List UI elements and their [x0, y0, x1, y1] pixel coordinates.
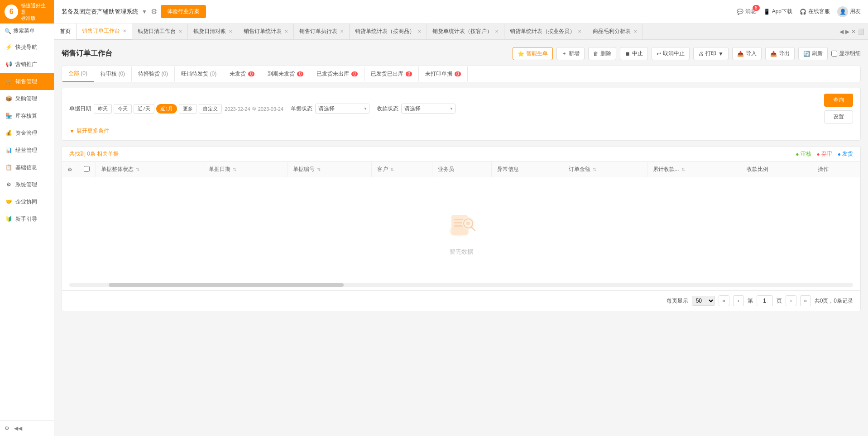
col-number[interactable]: 单据编号 ⇅ — [287, 162, 371, 177]
expand-icon: ▼ — [69, 128, 75, 134]
prev-page-button[interactable]: ‹ — [733, 295, 744, 306]
export-button[interactable]: 📤 导出 — [765, 47, 795, 60]
tab-cash-daily-close[interactable]: ✕ — [178, 29, 182, 34]
add-button[interactable]: ＋ 新增 — [556, 47, 585, 60]
print-button[interactable]: 🖨 打印 ▼ — [693, 47, 729, 60]
sidebar-item-marketing[interactable]: 📢 营销推广 — [0, 56, 54, 73]
tab-close-all[interactable]: ✕ — [851, 28, 856, 35]
col-checkbox[interactable] — [78, 162, 96, 177]
import-button[interactable]: 📥 导入 — [732, 47, 762, 60]
sub-tab-all[interactable]: 全部 (0) — [62, 66, 94, 82]
date-btn-custom[interactable]: 自定义 — [199, 104, 222, 114]
tab-sales-stats-staff-close[interactable]: ✕ — [578, 29, 581, 34]
sidebar-item-guide[interactable]: 🔰 新手引导 — [0, 210, 54, 227]
sub-tab-pending-review[interactable]: 待审核 (0) — [94, 66, 132, 81]
sidebar-item-inventory[interactable]: 🏪 库存核算 — [0, 107, 54, 124]
topbar-settings-icon[interactable]: ⚙ — [151, 7, 157, 16]
first-page-button[interactable]: « — [719, 295, 729, 306]
sub-tab-pending-inspect[interactable]: 待择验货 (0) — [132, 66, 175, 81]
col-staff[interactable]: 业务员 — [432, 162, 491, 177]
trial-industry-button[interactable]: 体验行业方案 — [161, 5, 206, 18]
tab-expand-icon[interactable]: ⬜ — [858, 28, 864, 35]
col-collected[interactable]: 累计收款... ⇅ — [647, 162, 741, 177]
page-number-input[interactable] — [757, 295, 773, 306]
sidebar-item-finance[interactable]: 💰 资金管理 — [0, 124, 54, 142]
tab-sales-order-exec-close[interactable]: ✕ — [340, 29, 344, 34]
sub-tab-overdue-not-shipped[interactable]: 到期未发货 0 — [261, 66, 310, 81]
sidebar-item-enterprise[interactable]: 🤝 企业协同 — [0, 193, 54, 210]
col-customer[interactable]: 客户 ⇅ — [371, 162, 432, 177]
set-filter-button[interactable]: 设置 — [824, 110, 853, 123]
tab-product-margin[interactable]: 商品毛利分析表 ✕ — [587, 24, 643, 40]
col-amount[interactable]: 订单金额 ⇅ — [563, 162, 647, 177]
display-detail-checkbox-label[interactable]: 显示明细 — [831, 50, 861, 57]
tab-sales-order-stats[interactable]: 销售订单统计表 ✕ — [238, 24, 294, 40]
tab-sales-stats-product-close[interactable]: ✕ — [417, 29, 421, 34]
sub-tab-wangpu[interactable]: 旺铺待发货 (0) — [175, 66, 223, 81]
tab-sales-order-workspace[interactable]: 销售订单工作台 ✕ — [77, 24, 132, 40]
cancel-stop-button[interactable]: ↩ 取消中止 — [652, 47, 690, 60]
sub-tab-shipped-not-out[interactable]: 已发货未出库 0 — [310, 66, 364, 81]
app-download-button[interactable]: 📱 App下载 — [763, 8, 792, 15]
expand-filter-button[interactable]: ▼ 展开更多条件 — [69, 127, 853, 135]
table-scroll-area[interactable]: ⚙ 单据整体状态 ⇅ 单据日期 ⇅ — [62, 162, 860, 179]
tab-sales-stats-customer-close[interactable]: ✕ — [495, 29, 499, 34]
next-page-button[interactable]: › — [786, 295, 796, 306]
settings-footer-icon[interactable]: ⚙ — [5, 425, 10, 431]
status-select[interactable]: 请选择 — [315, 104, 369, 114]
horizontal-scrollbar[interactable] — [69, 283, 853, 287]
sidebar-item-system[interactable]: ⚙ 系统管理 — [0, 176, 54, 193]
tab-sales-order-stats-close[interactable]: ✕ — [284, 29, 288, 34]
col-exception[interactable]: 异常信息 — [492, 162, 563, 177]
sidebar-item-sales[interactable]: 🛒 销售管理 — [0, 73, 54, 90]
tab-sales-stats-customer[interactable]: 销货单统计表（按客户） ✕ — [427, 24, 504, 40]
date-btn-more[interactable]: 更多 — [179, 104, 197, 114]
online-service-button[interactable]: 🎧 在线客服 — [800, 8, 830, 15]
query-button[interactable]: 查询 — [824, 94, 853, 107]
date-btn-1month[interactable]: 近1月 — [156, 104, 177, 114]
col-date[interactable]: 单据日期 ⇅ — [203, 162, 287, 177]
tab-home[interactable]: 首页 — [54, 24, 77, 40]
tab-prev-arrow[interactable]: ◀ — [839, 28, 844, 35]
date-btn-7days[interactable]: 近7天 — [134, 104, 154, 114]
tab-sales-stats-staff[interactable]: 销货单统计表（按业务员） ✕ — [504, 24, 587, 40]
col-settings[interactable]: ⚙ — [62, 162, 78, 177]
collapse-sidebar-icon[interactable]: ◀◀ — [14, 425, 22, 431]
refresh-button[interactable]: 🔄 刷新 — [798, 47, 828, 60]
delete-button[interactable]: 🗑 删除 — [588, 47, 616, 60]
tab-sales-order-exec[interactable]: 销售订单执行表 ✕ — [294, 24, 350, 40]
last-page-button[interactable]: » — [800, 295, 811, 306]
tab-cash-reconcile-close[interactable]: ✕ — [229, 29, 232, 34]
tab-cash-daily[interactable]: 钱货日清工作台 ✕ — [132, 24, 188, 40]
tab-sales-order-workspace-close[interactable]: ✕ — [123, 28, 126, 33]
scrollbar-thumb[interactable] — [109, 283, 344, 287]
sidebar-item-purchase[interactable]: 📦 采购管理 — [0, 90, 54, 107]
tab-cash-reconcile[interactable]: 钱货日清对账 ✕ — [188, 24, 238, 40]
user-menu-button[interactable]: 👤 用友 — [837, 6, 861, 17]
sub-tab-not-shipped[interactable]: 未发货 0 — [223, 66, 261, 81]
tab-sales-stats-product[interactable]: 销货单统计表（按商品） ✕ — [350, 24, 427, 40]
stop-button[interactable]: ⏹ 中止 — [620, 47, 648, 60]
sidebar-item-operation[interactable]: 📊 经营管理 — [0, 142, 54, 159]
col-status[interactable]: 单据整体状态 ⇅ — [96, 162, 203, 177]
sub-tab-shipped-out[interactable]: 已发货已出库 0 — [364, 66, 419, 81]
col-ratio[interactable]: 收款比例 — [741, 162, 812, 177]
message-button[interactable]: 💬 消息 6 — [737, 8, 756, 15]
select-all-checkbox[interactable] — [84, 166, 90, 172]
sidebar-item-basic[interactable]: 📋 基础信息 — [0, 159, 54, 176]
tab-product-margin-close[interactable]: ✕ — [633, 29, 637, 34]
sub-tab-not-printed[interactable]: 未打印单据 0 — [419, 66, 468, 81]
system-title-dropdown[interactable]: ▼ — [142, 9, 147, 15]
search-menu-button[interactable]: 🔍 搜索菜单 — [0, 24, 54, 38]
reject-action[interactable]: ● 弃审 — [817, 150, 832, 158]
ship-action[interactable]: ● 发货 — [838, 150, 853, 158]
page-size-select[interactable]: 102050100 — [692, 296, 715, 306]
display-detail-checkbox[interactable] — [831, 51, 837, 57]
date-btn-yesterday[interactable]: 昨天 — [94, 104, 112, 114]
tab-next-arrow[interactable]: ▶ — [845, 28, 849, 35]
date-btn-today[interactable]: 今天 — [114, 104, 132, 114]
sidebar-item-quick-nav[interactable]: ⚡ 快捷导航 — [0, 38, 54, 56]
approve-action[interactable]: ● 审核 — [796, 150, 811, 158]
smart-create-button[interactable]: ⭐ 智能生单 — [513, 47, 553, 60]
payment-select[interactable]: 请选择 — [401, 104, 456, 114]
